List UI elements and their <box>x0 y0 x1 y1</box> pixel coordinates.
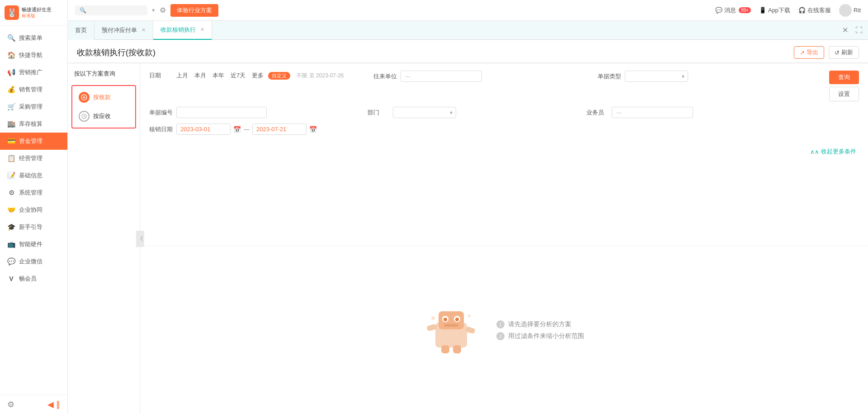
nav-tabs-controls: ✕ ⛶ <box>840 24 868 36</box>
sidebar-item-label: 库存核算 <box>19 120 42 128</box>
sidebar-item-enterprise[interactable]: 🤝 企业协同 <box>0 201 67 219</box>
refresh-button[interactable]: ↺ 刷新 <box>829 46 859 59</box>
svg-point-14 <box>468 314 471 317</box>
bill-type-select[interactable] <box>625 71 688 82</box>
sidebar-item-system[interactable]: ⚙ 系统管理 <box>0 184 67 201</box>
sidebar-item-quick-nav[interactable]: 🏠 快捷导航 <box>0 47 67 64</box>
empty-tip-1: 1 请先选择要分析的方案 <box>496 320 584 328</box>
date-opt-7days[interactable]: 近7天 <box>229 71 247 81</box>
close-prepay-tab-icon[interactable]: ✕ <box>142 27 146 33</box>
sidebar-item-newbie[interactable]: 🎓 新手引导 <box>0 219 67 236</box>
ops-icon: 📋 <box>7 154 15 162</box>
writeoff-end-input[interactable] <box>252 124 307 135</box>
counterparty-field: 往来单位 ··· <box>373 71 598 82</box>
sidebar-item-inventory[interactable]: 🏬 库存核算 <box>0 115 67 133</box>
message-label: 消息 <box>724 6 736 14</box>
counterparty-label: 往来单位 <box>373 72 397 81</box>
date-hint-block: 不限 至 2023-07-26 <box>294 72 344 80</box>
sidebar-item-marketing[interactable]: 📢 营销推广 <box>0 64 67 81</box>
marketing-icon: 📢 <box>7 68 15 76</box>
tab-prepay[interactable]: 预付冲应付单 ✕ <box>94 21 153 40</box>
date-opt-this-month[interactable]: 本月 <box>193 71 208 81</box>
filter-panel: 按以下方案查询 按收款 <box>68 63 140 414</box>
empty-state-content: 1 请先选择要分析的方案 2 用过滤条件来缩小分析范围 <box>424 305 584 356</box>
bill-number-input[interactable] <box>176 107 267 118</box>
writeoff-tab-label: 收款核销执行 <box>160 26 196 34</box>
close-writeoff-tab-icon[interactable]: ✕ <box>200 27 204 33</box>
collapse-label: 收起更多条件 <box>821 148 856 156</box>
sidebar-item-label: 新手引导 <box>19 223 42 231</box>
dept-select[interactable] <box>393 107 456 118</box>
sidebar-item-label: 智能硬件 <box>19 240 42 248</box>
chevron-up-icon: ∧∧ <box>810 148 819 155</box>
newbie-icon: 🎓 <box>7 223 15 231</box>
svg-point-7 <box>455 318 459 321</box>
sidebar-item-search-menu[interactable]: 🔍 搜索菜单 <box>0 29 67 47</box>
sidebar-item-hardware[interactable]: 📺 智能硬件 <box>0 236 67 253</box>
sidebar-item-label: 搜索菜单 <box>19 34 42 42</box>
date-opt-this-year[interactable]: 本年 <box>211 71 226 81</box>
sidebar-item-sales[interactable]: 💰 销售管理 <box>0 81 67 98</box>
date-opt-last-month[interactable]: 上月 <box>175 71 190 81</box>
settings-icon[interactable]: ⚙ <box>7 400 14 409</box>
svg-rect-8 <box>444 324 458 327</box>
setting-button[interactable]: 设置 <box>829 87 859 101</box>
topbar-gear-icon[interactable]: ⚙ <box>160 6 166 14</box>
sidebar-item-basic-info[interactable]: 📝 基础信息 <box>0 167 67 184</box>
basic-info-icon: 📝 <box>7 171 15 180</box>
sidebar-item-purchase[interactable]: 🛒 采购管理 <box>0 98 67 115</box>
writeoff-end-cal-icon[interactable]: 📅 <box>309 126 317 133</box>
service-icon: 🎧 <box>798 7 806 14</box>
sidebar-item-wechat[interactable]: 💬 企业微信 <box>0 253 67 270</box>
tip-text-2: 用过滤条件来缩小分析范围 <box>508 332 584 340</box>
topbar-right: 💬 消息 99+ 📱 App下载 🎧 在线客服 Rit <box>715 4 861 17</box>
sidebar-bottom: ⚙ ◀︎ ‖ <box>0 395 67 414</box>
online-service-label: 在线客服 <box>807 6 831 14</box>
sidebar: 🐰 畅捷通好生意 标准版 🔍 搜索菜单 🏠 快捷导航 📢 营销推广 💰 销售管理… <box>0 0 68 414</box>
sidebar-item-finance[interactable]: 💳 资金管理 <box>0 133 67 150</box>
logo-icon: 🐰 <box>5 5 19 20</box>
home-icon: 🏠 <box>7 51 15 59</box>
maximize-tab-ctrl-icon[interactable]: ⛶ <box>854 24 864 36</box>
salesperson-input[interactable]: ··· <box>612 107 693 118</box>
message-icon: 💬 <box>715 7 722 14</box>
sidebar-item-ops[interactable]: 📋 经营管理 <box>0 150 67 167</box>
writeoff-start-cal-icon[interactable]: 📅 <box>233 126 241 133</box>
date-custom-badge[interactable]: 自定义 <box>268 72 290 80</box>
collapse-sidebar-icon[interactable]: ◀︎ ‖ <box>47 400 60 409</box>
counterparty-input[interactable]: ··· <box>401 71 482 82</box>
hardware-icon: 📺 <box>7 240 15 248</box>
salesperson-label: 业务员 <box>586 109 608 117</box>
tab-writeoff[interactable]: 收款核销执行 ✕ <box>153 21 212 40</box>
system-icon: ⚙ <box>7 189 15 197</box>
topbar: 🔍 ▾ ⚙ 体验行业方案 💬 消息 99+ 📱 App下载 🎧 在线客服 <box>68 0 868 21</box>
tab-home[interactable]: 首页 <box>68 21 94 40</box>
filter-option-by-receivable[interactable]: 按应收 <box>72 107 135 126</box>
app-edition: 标准版 <box>22 13 52 19</box>
export-button[interactable]: ↗ 导出 <box>794 46 824 59</box>
messages-button[interactable]: 💬 消息 99+ <box>715 6 751 14</box>
date-opt-more[interactable]: 更多 <box>250 71 265 81</box>
enterprise-icon: 🤝 <box>7 206 15 214</box>
empty-state-area: 1 请先选择要分析的方案 2 用过滤条件来缩小分析范围 <box>140 246 868 414</box>
industry-solution-button[interactable]: 体验行业方案 <box>170 4 218 17</box>
sidebar-item-vip[interactable]: V 畅会员 <box>0 270 67 287</box>
dept-select-wrapper <box>393 107 456 118</box>
collapse-filter-icon[interactable]: 《 <box>136 231 144 247</box>
user-info[interactable]: Rit <box>839 4 861 17</box>
empty-tips: 1 请先选择要分析的方案 2 用过滤条件来缩小分析范围 <box>496 320 584 340</box>
online-service-button[interactable]: 🎧 在线客服 <box>798 6 831 14</box>
topbar-search-box[interactable]: 🔍 <box>75 5 147 15</box>
writeoff-start-input[interactable] <box>176 124 231 135</box>
app-download-button[interactable]: 📱 App下载 <box>759 6 790 14</box>
avatar <box>839 4 852 17</box>
sidebar-item-label: 系统管理 <box>19 189 42 197</box>
filter-option-by-receipt[interactable]: 按收款 <box>72 88 135 107</box>
collapse-conditions-button[interactable]: ∧∧ 收起更多条件 <box>807 145 859 158</box>
query-button[interactable]: 查询 <box>829 71 859 84</box>
sidebar-menu: 🔍 搜索菜单 🏠 快捷导航 📢 营销推广 💰 销售管理 🛒 采购管理 🏬 库存核… <box>0 26 67 395</box>
page-header-area: 收款核销执行(按收款) ↗ 导出 ↺ 刷新 <box>68 40 868 63</box>
topbar-chevron-icon[interactable]: ▾ <box>152 7 155 14</box>
tip-num-1: 1 <box>496 320 505 328</box>
close-tab-ctrl-icon[interactable]: ✕ <box>840 24 850 36</box>
